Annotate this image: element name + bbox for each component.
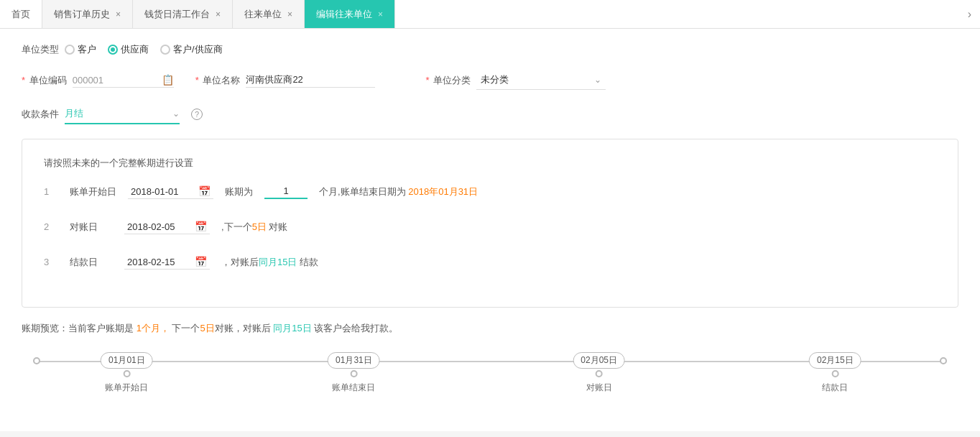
setting-index-1: 1 xyxy=(44,186,58,197)
radio-customer[interactable]: 客户 xyxy=(65,43,96,56)
tab-more-button[interactable]: › xyxy=(959,0,980,28)
payment-condition-group: 收款条件 月结 ⌄ ? xyxy=(22,104,203,124)
unit-name-input[interactable] xyxy=(246,75,375,86)
tab-close-cash-workbench[interactable]: × xyxy=(216,9,221,19)
unit-type-group: 单位类型 客户 供应商 客户/供应商 xyxy=(22,43,223,56)
timeline-label-4: 结款日 xyxy=(822,382,848,394)
unit-type-label: 单位类型 xyxy=(22,43,59,56)
timeline-point-2: 01月31日 账单结束日 xyxy=(328,352,380,394)
unit-name-group: * 单位名称 xyxy=(195,73,376,88)
timeline-line xyxy=(36,361,944,362)
timeline-badge-3: 02月05日 xyxy=(573,352,625,369)
copy-icon[interactable]: 📋 xyxy=(162,74,174,86)
setting-label-2: 对账日 xyxy=(70,221,113,234)
main-content: 单位类型 客户 供应商 客户/供应商 * 单位编码 xyxy=(0,29,980,431)
timeline-dot-3 xyxy=(596,370,603,377)
tab-home[interactable]: 首页 xyxy=(0,0,42,28)
reconcile-highlight: 5日 xyxy=(252,221,267,232)
setting-row-1: 1 账单开始日 📅 账期为 个月,账单结束日期为 2018年01月31日 xyxy=(44,184,936,199)
timeline-label-2: 账单结束日 xyxy=(332,382,375,394)
setting-row-3: 3 结款日 📅 ，对账后同月15日 结款 xyxy=(44,254,936,270)
required-star-category: * xyxy=(425,75,429,86)
required-star-name: * xyxy=(195,75,199,86)
calendar-icon-3[interactable]: 📅 xyxy=(195,256,207,267)
start-date-input[interactable] xyxy=(131,186,195,197)
radio-label-supplier: 供应商 xyxy=(121,43,149,56)
period-desc-prefix: 账期为 xyxy=(225,185,253,198)
help-icon[interactable]: ? xyxy=(191,109,203,120)
calendar-icon-2[interactable]: 📅 xyxy=(195,221,207,232)
timeline-dot-4 xyxy=(831,370,838,377)
tab-close-edit-partner[interactable]: × xyxy=(378,9,383,19)
start-date-input-wrap: 📅 xyxy=(128,184,213,199)
timeline-point-4: 02月15日 结款日 xyxy=(809,352,861,394)
preview-text: 账期预览：当前客户账期是 1个月， 下一个5日对账，对账后 同月15日 该客户会… xyxy=(22,322,958,335)
payment-condition-row: 收款条件 月结 ⌄ ? xyxy=(22,104,958,124)
tab-close-sales-history[interactable]: × xyxy=(116,9,121,19)
period-end-date: 2018年01月31日 xyxy=(408,186,478,197)
timeline-left-end-dot xyxy=(33,357,40,364)
setting-index-2: 2 xyxy=(44,221,58,232)
period-input[interactable] xyxy=(264,184,308,199)
unit-category-select[interactable]: 未分类 ⌄ xyxy=(476,70,606,90)
payment-date-input[interactable] xyxy=(127,257,192,267)
unit-name-label: * 单位名称 xyxy=(195,74,241,87)
timeline-right-end-dot xyxy=(940,357,947,364)
unit-category-value: 未分类 xyxy=(481,73,509,86)
unit-type-row: 单位类型 客户 供应商 客户/供应商 xyxy=(22,43,958,56)
preview-period: 1个月， xyxy=(137,323,170,334)
radio-group-unit-type: 客户 供应商 客户/供应商 xyxy=(65,43,223,56)
timeline-dot-1 xyxy=(123,370,130,377)
unit-category-group: * 单位分类 未分类 ⌄ xyxy=(425,70,606,90)
radio-label-both: 客户/供应商 xyxy=(173,43,223,56)
reconcile-date-input-wrap: 📅 xyxy=(124,219,210,234)
reconcile-desc: ,下一个5日 对账 xyxy=(221,221,287,234)
settings-box: 请按照未来的一个完整帐期进行设置 1 账单开始日 📅 账期为 个月,账单结束日期… xyxy=(22,139,958,308)
timeline-dot-2 xyxy=(350,370,357,377)
timeline-label-1: 账单开始日 xyxy=(105,382,148,394)
setting-row-2: 2 对账日 📅 ,下一个5日 对账 xyxy=(44,219,936,234)
setting-label-3: 结款日 xyxy=(70,256,113,269)
required-star-code: * xyxy=(22,75,25,86)
tab-partner-units[interactable]: 往来单位 × xyxy=(233,0,305,28)
timeline-badge-4: 02月15日 xyxy=(809,352,861,369)
settings-title: 请按照未来的一个完整帐期进行设置 xyxy=(44,157,936,170)
tab-bar: 首页 销售订单历史 × 钱货日清工作台 × 往来单位 × 编辑往来单位 × › xyxy=(0,0,980,29)
timeline-label-3: 对账日 xyxy=(586,382,612,394)
unit-code-input-wrap: 📋 xyxy=(73,73,174,88)
timeline-badge-2: 01月31日 xyxy=(328,352,380,369)
radio-circle-customer xyxy=(65,45,75,55)
tab-edit-partner[interactable]: 编辑往来单位 × xyxy=(305,0,395,28)
radio-circle-both xyxy=(160,45,170,55)
tab-sales-history[interactable]: 销售订单历史 × xyxy=(42,0,133,28)
payment-condition-value: 月结 xyxy=(65,107,172,120)
setting-index-3: 3 xyxy=(44,257,58,267)
period-desc-unit: 个月,账单结束日期为 2018年01月31日 xyxy=(319,185,478,198)
radio-circle-supplier xyxy=(108,45,118,55)
chevron-down-icon: ⌄ xyxy=(594,75,601,85)
unit-name-input-wrap xyxy=(246,73,375,88)
unit-info-row: * 单位编码 📋 * 单位名称 * 单位分类 未分类 xyxy=(22,70,958,90)
payment-highlight: 同月15日 xyxy=(259,257,297,267)
payment-condition-label: 收款条件 xyxy=(22,108,59,121)
reconcile-date-input[interactable] xyxy=(127,221,192,232)
unit-code-group: * 单位编码 📋 xyxy=(22,73,174,88)
tab-cash-workbench[interactable]: 钱货日清工作台 × xyxy=(133,0,233,28)
calendar-icon-1[interactable]: 📅 xyxy=(198,185,211,197)
preview-section: 账期预览：当前客户账期是 1个月， 下一个5日对账，对账后 同月15日 该客户会… xyxy=(22,322,958,410)
tab-close-partner-units[interactable]: × xyxy=(287,9,292,19)
radio-label-customer: 客户 xyxy=(78,43,96,56)
payment-date-input-wrap: 📅 xyxy=(124,254,210,270)
payment-desc: ，对账后同月15日 结款 xyxy=(221,256,318,269)
setting-label-1: 账单开始日 xyxy=(70,185,116,198)
preview-reconcile-day: 5日 xyxy=(200,323,214,334)
unit-code-label: * 单位编码 xyxy=(22,74,67,87)
unit-code-input[interactable] xyxy=(73,75,159,86)
preview-payment-day: 同月15日 xyxy=(273,323,311,334)
payment-condition-select[interactable]: 月结 ⌄ xyxy=(65,104,180,124)
timeline-point-1: 01月01日 账单开始日 xyxy=(101,352,153,394)
radio-both[interactable]: 客户/供应商 xyxy=(160,43,223,56)
timeline-point-3: 02月05日 对账日 xyxy=(573,352,625,394)
timeline-badge-1: 01月01日 xyxy=(101,352,153,369)
radio-supplier[interactable]: 供应商 xyxy=(108,43,149,56)
